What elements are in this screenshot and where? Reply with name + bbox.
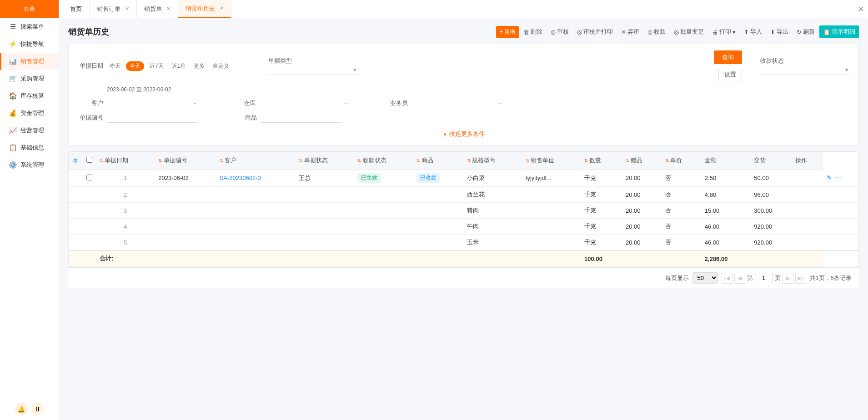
filter-doc-no: 单据编号 <box>76 113 198 123</box>
collapse-btn[interactable]: ∧ 收起更多条件 <box>76 127 851 139</box>
date-btn-more[interactable]: 更多 <box>191 61 207 71</box>
tab-sales-order-label: 销售订单 <box>97 5 120 13</box>
per-page-select[interactable]: 50 100 200 <box>692 272 718 284</box>
tab-sales-goods-close[interactable]: ✕ <box>166 6 171 12</box>
warehouse-dots[interactable]: ··· <box>345 100 349 106</box>
customer-cell: 王总 <box>295 170 354 187</box>
settings-cell <box>69 219 82 235</box>
qty-cell: 20.00 <box>622 219 662 235</box>
show-detail-btn[interactable]: 📋 显示明细 <box>819 25 859 38</box>
doc-no-link[interactable]: SA-20230602-0 <box>220 175 261 181</box>
edit-icon[interactable]: ✎ <box>827 174 832 181</box>
footer-unit-price-total <box>662 250 701 267</box>
unit-cell: 千克 <box>581 219 622 235</box>
goods-dots[interactable]: ··· <box>346 115 350 120</box>
doc-status-cell <box>354 235 412 251</box>
finance-mgmt-icon: 💰 <box>9 109 17 117</box>
notification-btn[interactable]: 🔔 <box>15 403 28 415</box>
batch-change-btn[interactable]: ◎ 批量变更 <box>670 25 707 38</box>
abandon-btn[interactable]: ✕ 弃审 <box>617 25 643 38</box>
tab-sales-history-close[interactable]: ✕ <box>220 5 224 11</box>
select-all-checkbox[interactable] <box>86 157 92 163</box>
sidebar-item-sys-mgmt[interactable]: ⚙️ 系统管理 <box>0 156 59 174</box>
action-col-header: 操作 <box>792 152 823 170</box>
date-btn-1month[interactable]: 近1月 <box>169 61 189 71</box>
sort-icon: ⇅ <box>220 158 223 163</box>
sidebar-item-purchase-mgmt[interactable]: 🛒 采购管理 <box>0 70 59 87</box>
tab-sales-goods[interactable]: 销货单 ✕ <box>137 0 178 18</box>
page-header: 销货单历史 + 新增 🗑 删除 ◎ 审核 ◎ 审核并打印 ✕ 弃审 <box>68 25 859 38</box>
unit-price-cell: 4.80 <box>701 187 751 203</box>
export-btn[interactable]: ⬇ 导出 <box>767 25 792 38</box>
audit-icon: ◎ <box>551 29 556 35</box>
row-checkbox-cell[interactable] <box>82 219 96 235</box>
date-btn-yesterday[interactable]: 昨天 <box>107 61 123 71</box>
print-btn[interactable]: 🖨 打印 ▾ <box>708 25 739 38</box>
sidebar-item-operation-mgmt[interactable]: 📈 经营管理 <box>0 122 59 139</box>
tab-sales-history[interactable]: 销货单历史 ✕ <box>178 0 231 18</box>
audit-btn[interactable]: ◎ 审核 <box>547 25 572 38</box>
sidebar-item-sales-mgmt[interactable]: 📊 销售管理 <box>0 53 59 70</box>
row-checkbox-cell[interactable] <box>82 187 96 203</box>
unit-cell: 千克 <box>581 170 622 187</box>
sidebar-item-search-menu[interactable]: ☰ 搜索菜单 <box>0 18 59 35</box>
first-page-btn[interactable]: |◀ <box>722 273 733 284</box>
add-btn[interactable]: + 新增 <box>496 26 519 38</box>
tab-sales-order-close[interactable]: ✕ <box>125 6 129 12</box>
date-btn-today[interactable]: 今天 <box>126 61 144 71</box>
last-page-btn[interactable]: ▶| <box>795 273 806 284</box>
transaction-cell <box>792 219 823 235</box>
spec-cell <box>522 235 581 251</box>
unit-price-cell: 2.50 <box>701 170 751 187</box>
sort-icon: ⇅ <box>357 158 361 163</box>
sidebar-item-finance-mgmt[interactable]: 💰 资金管理 <box>0 105 59 122</box>
set-btn[interactable]: 设置 <box>718 68 742 81</box>
more-icon[interactable]: ⋯ <box>835 174 841 181</box>
row-checkbox-cell[interactable] <box>82 235 96 251</box>
import-btn[interactable]: ⬆ 导入 <box>740 25 766 38</box>
pause-btn[interactable]: ⏸ <box>31 403 44 415</box>
warehouse-input[interactable] <box>259 98 341 108</box>
checkbox-col-header[interactable] <box>82 152 96 170</box>
goods-label: 商品 <box>230 114 257 122</box>
pagination: 每页显示 50 100 200 |◀ ◀ 第 页 ▶ ▶| 共1页，5条记录 <box>68 267 859 288</box>
delete-btn[interactable]: 🗑 删除 <box>520 25 546 38</box>
purchase-mgmt-icon: 🛒 <box>9 75 17 83</box>
date-btn-custom[interactable]: 自定义 <box>210 61 232 71</box>
customer-dots[interactable]: ··· <box>192 100 196 106</box>
sidebar-item-basic-info[interactable]: 📋 基础信息 <box>0 139 59 156</box>
goods-input[interactable] <box>261 113 342 123</box>
settings-col-header[interactable]: ⚙ <box>69 152 82 170</box>
query-btn[interactable]: 查询 <box>714 50 742 64</box>
tab-home[interactable]: 首页 <box>63 0 90 18</box>
collect-btn[interactable]: ◎ 收款 <box>644 25 669 38</box>
row-checkbox-cell[interactable] <box>82 203 96 219</box>
salesman-input[interactable] <box>411 98 493 108</box>
page-input[interactable] <box>755 273 773 283</box>
salesman-dots[interactable]: ··· <box>497 100 501 106</box>
customer-input[interactable] <box>107 98 189 108</box>
doc-type-select[interactable]: ▾ <box>268 65 359 75</box>
footer-qty-total: 100.00 <box>581 250 622 267</box>
sidebar-item-inventory[interactable]: 🏠 库存核算 <box>0 87 59 105</box>
doc-no-cell <box>216 187 295 203</box>
goods-col-header: ⇅ 商品 <box>413 152 463 170</box>
prev-page-btn[interactable]: ◀ <box>734 273 745 284</box>
tab-sales-order[interactable]: 销售订单 ✕ <box>90 0 137 18</box>
next-page-btn[interactable]: ▶ <box>783 273 793 284</box>
doc-no-input[interactable] <box>107 113 198 123</box>
date-btn-7days[interactable]: 近7天 <box>147 61 166 71</box>
action-cell <box>823 219 858 235</box>
row-checkbox-cell[interactable] <box>82 170 96 187</box>
audit-print-btn[interactable]: ◎ 审核并打印 <box>573 25 617 38</box>
settings-cell <box>69 203 82 219</box>
payment-status-select[interactable]: ▾ <box>760 65 851 75</box>
close-all-tabs-btn[interactable]: ✕ <box>858 4 864 14</box>
sidebar-item-quick-nav[interactable]: ⚡ 快捷导航 <box>0 35 59 53</box>
refresh-btn[interactable]: ↻ 刷新 <box>793 25 818 38</box>
row-checkbox[interactable] <box>86 175 92 180</box>
transaction-cell <box>792 235 823 251</box>
content-area: 销货单历史 + 新增 🗑 删除 ◎ 审核 ◎ 审核并打印 ✕ 弃审 <box>59 18 868 420</box>
page-label: 第 <box>747 274 753 282</box>
amount-cell: 50.00 <box>750 170 792 187</box>
